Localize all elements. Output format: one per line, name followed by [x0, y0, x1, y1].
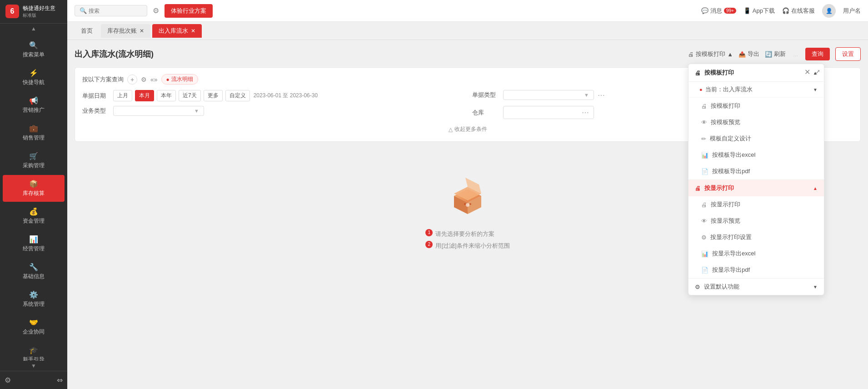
inventory-icon: 📦 — [29, 180, 38, 188]
tab-batch[interactable]: 库存批次账 ✕ — [101, 24, 150, 38]
marketing-icon: 📢 — [29, 96, 38, 105]
date-btn-this-year[interactable]: 本年 — [157, 90, 176, 101]
basic-icon: 🔧 — [29, 263, 38, 271]
date-btn-custom[interactable]: 自定义 — [225, 90, 250, 101]
date-btn-more[interactable]: 更多 — [204, 90, 223, 101]
chevron-down-icon: ▼ — [194, 108, 199, 114]
tab-flow-close[interactable]: ✕ — [191, 28, 195, 34]
template-preview-icon: 👁 — [701, 119, 707, 126]
business-type-select[interactable]: ▼ — [113, 106, 204, 116]
warehouse-more-icon[interactable]: ⋯ — [582, 108, 589, 117]
warehouse-label: 仓库 — [472, 109, 499, 117]
template-print-button[interactable]: 🖨 按模板打印 ▲ — [688, 50, 733, 58]
sidebar-item-label: 搜索菜单 — [23, 51, 45, 59]
refresh-button[interactable]: 🔄 刷新 — [765, 50, 786, 58]
tab-batch-close[interactable]: ✕ — [140, 28, 144, 34]
template-design-item[interactable]: ✏ 模板自定义设计 — [688, 130, 824, 147]
collapse-label: 收起更多条件 — [454, 125, 487, 133]
header-search[interactable]: 🔍 — [75, 5, 147, 16]
business-type-label: 业务类型 — [82, 107, 110, 115]
display-print-item[interactable]: 🖨 按显示打印 — [688, 196, 824, 213]
print-icon: 🖨 — [688, 51, 694, 58]
sidebar-item-basic[interactable]: 🔧 基础信息 — [3, 258, 65, 285]
sidebar-item-shortcut[interactable]: ⚡ 快捷导航 — [3, 64, 65, 91]
online-service-button[interactable]: 🎧 在线客服 — [782, 7, 815, 15]
app-download-button[interactable]: 📱 App下载 — [743, 7, 775, 15]
app-version: 标准版 — [23, 12, 55, 19]
settings-button[interactable]: 设置 — [835, 47, 861, 61]
section2-chevron-icon: ▲ — [813, 186, 818, 191]
search-input[interactable] — [89, 8, 142, 14]
display-settings-icon: ⚙ — [701, 234, 707, 241]
sidebar-scroll-up[interactable]: ▲ — [0, 24, 67, 34]
tab-batch-label: 库存批次账 — [107, 27, 137, 35]
sidebar-item-enterprise[interactable]: 🤝 企业协同 — [3, 314, 65, 340]
sidebar-item-label: 营销推广 — [23, 106, 45, 114]
sidebar-item-guide[interactable]: 🎓 新手引导 — [3, 341, 65, 361]
display-export-pdf-item[interactable]: 📄 按显示导出pdf — [688, 262, 824, 278]
phone-icon: 📱 — [743, 7, 751, 14]
date-btn-7days[interactable]: 近7天 — [179, 90, 201, 101]
display-print-section-header[interactable]: 🖨 按显示打印 ▲ — [688, 180, 824, 196]
main-content: 🔍 ⚙ 体验行业方案 💬 消息 99+ 📱 App下载 🎧 在线客服 👤 — [67, 0, 868, 389]
message-button[interactable]: 💬 消息 99+ — [701, 7, 736, 15]
filter-tag: ● 流水明细 — [161, 74, 198, 85]
tab-home[interactable]: 首页 — [75, 24, 99, 38]
tab-bar: 首页 库存批次账 ✕ 出入库流水 ✕ — [67, 22, 868, 40]
tab-flow-label: 出入库流水 — [159, 27, 188, 35]
trial-button[interactable]: 体验行业方案 — [165, 4, 213, 18]
warehouse-select[interactable]: ⋯ — [503, 106, 594, 119]
sidebar-scroll-down[interactable]: ▼ — [0, 361, 67, 371]
refresh-icon: 🔄 — [765, 51, 772, 58]
filter-settings-icon[interactable]: ⚙ — [141, 76, 147, 83]
template-preview-item[interactable]: 👁 按模板预览 — [688, 114, 824, 130]
sidebar-item-search[interactable]: 🔍 搜索菜单 — [3, 36, 65, 63]
display-pdf-icon: 📄 — [701, 267, 708, 274]
set-default-button[interactable]: ⚙ 设置默认功能 ▼ — [688, 278, 824, 295]
sidebar-item-operation[interactable]: 📊 经营管理 — [3, 230, 65, 257]
display-print-section-label: 按显示打印 — [704, 184, 734, 192]
settings-icon[interactable]: ⚙ — [5, 376, 11, 384]
tab-home-label: 首页 — [81, 27, 93, 35]
query-button[interactable]: 查询 — [805, 48, 830, 60]
dropdown-close-icon[interactable]: ✕ — [804, 68, 810, 76]
current-template-label: 当前：出入库流水 — [705, 85, 753, 94]
user-avatar[interactable]: 👤 — [822, 4, 836, 18]
template-print-item[interactable]: 🖨 按模板打印 — [688, 98, 824, 114]
sidebar-item-inventory[interactable]: 📦 库存核算 — [3, 175, 65, 202]
gear-icon[interactable]: ⚙ — [153, 6, 159, 15]
voucher-more-icon[interactable]: ⋯ — [598, 91, 605, 100]
system-icon: ⚙️ — [29, 290, 38, 299]
display-print-settings-item[interactable]: ⚙ 按显示打印设置 — [688, 229, 824, 245]
template-print-item-label: 按模板打印 — [711, 102, 740, 110]
message-icon: 💬 — [701, 7, 708, 14]
print-dropdown-panel: ✕ ⤢ 🖨 按模板打印 ▲ ● 当前：出入库流水 — [688, 64, 824, 295]
display-print-icon: 🖨 — [695, 185, 701, 192]
filter-add-button[interactable]: + — [127, 75, 137, 85]
collapse-icon[interactable]: ⇔ — [57, 376, 63, 384]
template-export-excel-item[interactable]: 📊 按模板导出excel — [688, 147, 824, 163]
sidebar-item-marketing[interactable]: 📢 营销推广 — [3, 92, 65, 119]
tip-item-2: 2 用[过滤]条件来缩小分析范围 — [425, 240, 509, 252]
sidebar-item-system[interactable]: ⚙️ 系统管理 — [3, 286, 65, 313]
export-button[interactable]: 📤 导出 — [738, 50, 759, 58]
sidebar-item-purchase[interactable]: 🛒 采购管理 — [3, 147, 65, 174]
date-btn-this-month[interactable]: 本月 — [135, 90, 154, 101]
filter-collapse-icon[interactable]: «» — [150, 76, 158, 83]
date-btn-last-month[interactable]: 上月 — [113, 90, 132, 101]
dropdown-expand-icon[interactable]: ⤢ — [814, 68, 820, 76]
display-preview-item[interactable]: 👁 按显示预览 — [688, 213, 824, 229]
current-template-item[interactable]: ● 当前：出入库流水 ▼ — [688, 82, 824, 98]
tab-flow[interactable]: 出入库流水 ✕ — [152, 24, 202, 38]
display-export-excel-item[interactable]: 📊 按显示导出excel — [688, 245, 824, 262]
svg-point-7 — [469, 203, 471, 205]
sidebar-item-sales[interactable]: 💼 销售管理 — [3, 120, 65, 146]
template-design-icon: ✏ — [701, 135, 706, 142]
search-icon: 🔍 — [29, 41, 38, 50]
voucher-type-label: 单据类型 — [472, 91, 499, 99]
voucher-type-select[interactable]: ▼ — [503, 90, 594, 100]
sidebar-item-finance[interactable]: 💰 资金管理 — [3, 203, 65, 229]
empty-tips: 1 请先选择要分析的方案 2 用[过滤]条件来缩小分析范围 — [425, 228, 509, 252]
template-export-pdf-item[interactable]: 📄 按模板导出pdf — [688, 163, 824, 180]
template-print-section-header[interactable]: 🖨 按模板打印 ▲ — [688, 64, 824, 82]
